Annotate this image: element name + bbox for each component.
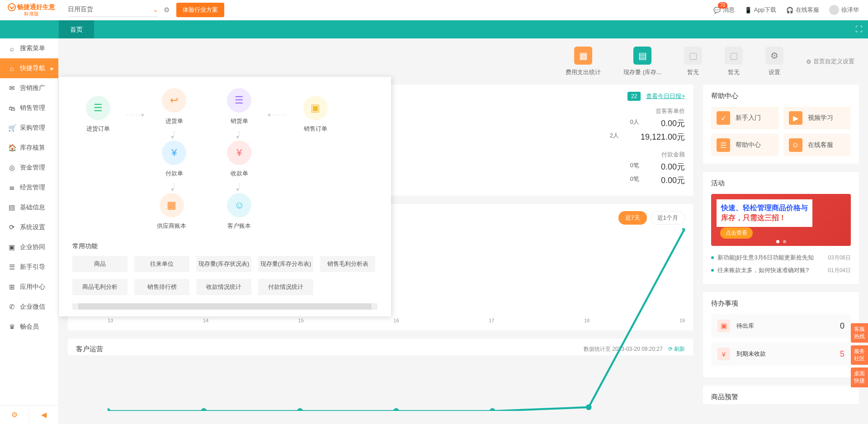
banner-cta[interactable]: 点击查看 (720, 227, 753, 239)
report-tag: 22 (627, 92, 641, 101)
tile-expense[interactable]: ▦费用支出统计 (566, 47, 601, 76)
chip-stock-status[interactable]: 现存量(库存状况表) (196, 256, 251, 272)
flow-payment[interactable]: ¥付款单⋮▾ (162, 141, 186, 193)
payment-icon: ¥ (162, 141, 186, 165)
news-item-1[interactable]: 新功能|好生意3月6日功能更新抢先知03月06日 (711, 251, 851, 264)
sidebar-item-guide[interactable]: ☰新手引导 (0, 257, 58, 277)
dashboard-tiles: ▦费用支出统计 ▤现存量 (库存... ▢暂无 ▢暂无 ⚙设置 ⚙首页自定义设置 (68, 47, 859, 76)
sidebar-item-apps[interactable]: ⊞应用中心 (0, 277, 58, 297)
help-card: 帮助中心 ✓新手入门 ▶视频学习 ☰帮助中心 ☺在线客服 (703, 85, 859, 164)
chip-receipt-stats[interactable]: 收款情况统计 (196, 279, 251, 295)
tile-settings[interactable]: ⚙设置 (765, 47, 783, 76)
customize-link[interactable]: ⚙首页自定义设置 (806, 57, 854, 66)
flow-customer-book[interactable]: ☺客户账本 (227, 193, 251, 230)
user-menu[interactable]: 徐泽华 (829, 5, 859, 15)
flow-purchase[interactable]: ↩进货单⋮▾ (162, 88, 186, 141)
chip-sales-rank[interactable]: 销售排行榜 (134, 279, 189, 295)
help-center[interactable]: ☰帮助中心 (711, 134, 779, 156)
customer-icon: ☺ (227, 193, 251, 217)
float-buttons: 客服热线 服务社区 桌面快捷 (851, 323, 868, 387)
help-newbie[interactable]: ✓新手入门 (711, 107, 779, 129)
carousel-dots[interactable] (776, 240, 786, 243)
help-cs[interactable]: ☺在线客服 (783, 134, 851, 156)
sidebar-item-member[interactable]: ♛畅会员 (0, 317, 58, 337)
header-right: 💬 消息 70 📱App下载 🎧在线客服 徐泽华 (713, 5, 868, 15)
sidebar-collapse-icon[interactable]: ◀ (29, 405, 58, 424)
quicknav-popover: ☰进货订单 ·····▸ ↩进货单⋮▾ ¥付款单⋮▾ ▦供应商账本 ☰销货单⋮▾… (59, 77, 391, 316)
chip-product[interactable]: 商品 (72, 256, 127, 272)
sidebar-item-sales[interactable]: 🛍销售管理 (0, 98, 58, 118)
popover-scrollbar[interactable] (72, 303, 377, 310)
dot-icon (711, 269, 714, 272)
sidebar: ⌕搜索菜单 ⌂快捷导航▸ ✉营销推广 🛍销售管理 🛒采购管理 🏠库存核算 ◎资金… (0, 38, 59, 424)
sidebar-item-search[interactable]: ⌕搜索菜单 (0, 38, 58, 58)
chip-sales-margin[interactable]: 销售毛利分析表 (320, 256, 375, 272)
tile-stock[interactable]: ▤现存量 (库存... (623, 47, 661, 76)
tab-home[interactable]: 首页 (59, 20, 94, 38)
chip-partner[interactable]: 往来单位 (134, 256, 189, 272)
daily-report-link[interactable]: 查看今日日报> (646, 92, 685, 100)
float-hotline[interactable]: 客服热线 (851, 323, 868, 343)
supplier-icon: ▦ (160, 193, 184, 217)
tile-empty-2[interactable]: ▢暂无 (725, 47, 743, 76)
sidebar-item-inventory[interactable]: 🏠库存核算 (0, 138, 58, 158)
experience-button[interactable]: 体验行业方案 (176, 3, 224, 17)
sidebar-item-finance[interactable]: ◎资金管理 (0, 158, 58, 178)
chip-product-margin[interactable]: 商品毛利分析 (72, 279, 127, 295)
coin-icon: ¥ (717, 348, 730, 360)
sidebar-settings-icon[interactable]: ⚙ (0, 405, 29, 424)
sales-order-icon: ▣ (303, 96, 328, 120)
messages-link[interactable]: 💬 消息 70 (713, 6, 735, 14)
svg-point-4 (490, 408, 495, 411)
sidebar-item-wechat[interactable]: ✆企业微信 (0, 297, 58, 317)
stock-icon: ▤ (633, 47, 651, 65)
chip-stock-dist[interactable]: 现存量(库存分布表) (258, 256, 313, 272)
sidebar-item-collab[interactable]: ▣企业协同 (0, 237, 58, 257)
sidebar-item-marketing[interactable]: ✉营销推广 (0, 78, 58, 98)
flow-arrow-icon: ◂····· (267, 111, 287, 118)
todo-receivable[interactable]: ¥到期未收款5 (711, 342, 851, 366)
float-desktop[interactable]: 桌面快捷 (851, 367, 868, 387)
category-select[interactable]: 日用百货 ⌄ (68, 4, 158, 17)
gear-icon[interactable]: ⚙ (164, 6, 170, 14)
sidebar-item-settings[interactable]: ⟳系统设置 (0, 217, 58, 237)
gear-icon: ⚙ (765, 47, 783, 65)
flow-sales-order[interactable]: ▣销售订单 (303, 96, 328, 133)
chevron-down-icon: ⌄ (153, 6, 158, 13)
empty-icon: ▢ (725, 47, 743, 65)
activity-card: 活动 快速、轻松管理商品价格与库存，只需这三招！ 点击查看 新功能|好生意3月6… (703, 172, 859, 284)
app-download-link[interactable]: 📱App下载 (745, 6, 776, 14)
float-community[interactable]: 服务社区 (851, 345, 868, 365)
sidebar-item-ops[interactable]: ≣经营管理 (0, 178, 58, 198)
todo-title: 待办事项 (711, 299, 851, 308)
sidebar-item-quicknav[interactable]: ⌂快捷导航▸ (0, 58, 58, 78)
range-7d[interactable]: 近7天 (618, 211, 647, 225)
online-cs-link[interactable]: 🎧在线客服 (786, 6, 819, 14)
svg-point-5 (586, 404, 592, 410)
search-icon: ⌕ (8, 45, 15, 52)
popover-section-title: 常用功能 (72, 242, 377, 250)
logo[interactable]: 畅捷通好生意 标准版 (0, 0, 59, 20)
help-video[interactable]: ▶视频学习 (783, 107, 851, 129)
todo-outbound[interactable]: ▣待出库0 (711, 314, 851, 338)
activity-banner[interactable]: 快速、轻松管理商品价格与库存，只需这三招！ 点击查看 (711, 194, 851, 246)
flow-sales[interactable]: ☰销货单⋮▾ (227, 88, 251, 141)
flow-down-icon: ⋮▾ (171, 132, 177, 139)
flow-receipt[interactable]: ¥收款单⋮▾ (227, 141, 251, 193)
flow-purchase-order[interactable]: ☰进货订单 (86, 96, 110, 133)
avatar-icon (829, 5, 839, 15)
flow-supplier-book[interactable]: ▦供应商账本 (157, 193, 186, 230)
svg-point-6 (682, 228, 685, 231)
chip-payment-stats[interactable]: 付款情况统计 (258, 279, 313, 295)
fullscreen-icon[interactable]: ⛶ (855, 25, 863, 33)
customer-ops-title: 客户运营 (76, 345, 103, 353)
range-1m[interactable]: 近1个月 (651, 211, 685, 225)
news-item-2[interactable]: 往来账款太多，如何快速准确对账?01月04日 (711, 264, 851, 277)
tile-empty-1[interactable]: ▢暂无 (684, 47, 702, 76)
gear-icon: ⚙ (806, 58, 811, 65)
sidebar-bottom: ⚙ ◀ (0, 405, 58, 424)
expense-icon: ▦ (574, 47, 592, 65)
sidebar-item-purchase[interactable]: 🛒采购管理 (0, 118, 58, 138)
sidebar-item-base[interactable]: ▤基础信息 (0, 198, 58, 217)
home-icon: ⌂ (8, 65, 15, 72)
